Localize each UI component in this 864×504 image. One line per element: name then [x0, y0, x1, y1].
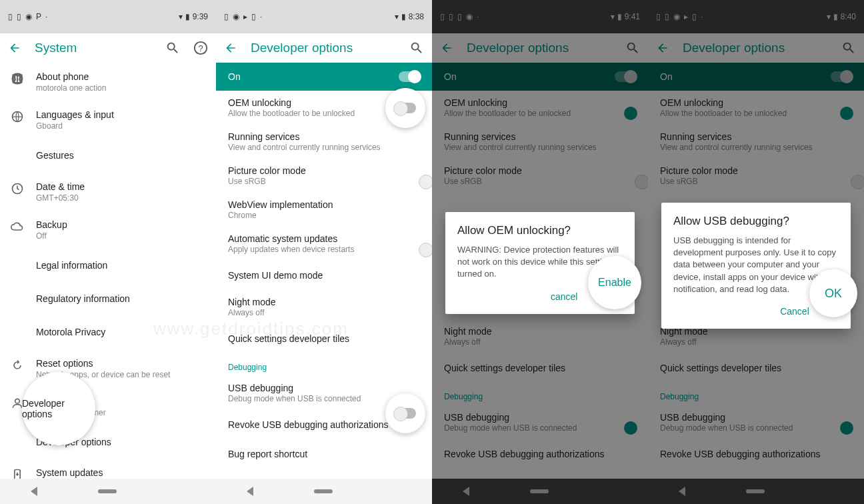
dev-title: USB debugging: [228, 383, 391, 393]
item-sub: Gboard: [36, 121, 204, 131]
dev-title: OEM unlocking: [228, 97, 391, 108]
item-backup[interactable]: Backup Off: [0, 211, 216, 249]
item-running-services[interactable]: Running services View and control curren…: [216, 125, 432, 159]
restore-icon: [11, 359, 24, 372]
app-bar: System ?: [0, 33, 216, 63]
wifi-icon: ▾: [179, 12, 183, 21]
item-bug-report[interactable]: Bug report shortcut: [216, 439, 432, 469]
item-title: Date & time: [36, 181, 204, 193]
dev-sub: Always off: [228, 308, 391, 317]
back-arrow-icon[interactable]: [224, 41, 237, 55]
nav-back-icon[interactable]: [31, 487, 37, 496]
highlight-ok-label[interactable]: OK: [825, 287, 842, 301]
item-qs-tiles[interactable]: Quick settings developer tiles: [216, 324, 432, 353]
battery-icon: ▮: [401, 12, 406, 21]
item-title: Motorola Privacy: [36, 326, 204, 338]
item-auto-updates[interactable]: Automatic system updates Apply updates w…: [216, 227, 432, 261]
item-date-time[interactable]: Date & time GMT+05:30: [0, 173, 216, 211]
status-clock: 9:39: [193, 12, 208, 21]
nav-home-pill[interactable]: [98, 489, 117, 493]
highlight-label: Developer options: [22, 398, 95, 419]
search-icon[interactable]: [409, 41, 424, 55]
dev-title: Revoke USB debugging authorizations: [228, 419, 391, 430]
item-system-updates[interactable]: System updates Updated to Android 9: [0, 459, 216, 479]
item-motorola-privacy[interactable]: Motorola Privacy: [0, 315, 216, 349]
app-bar-title: Developer options: [251, 41, 396, 55]
dev-title: Night mode: [228, 297, 391, 307]
status-bar: ▯ ▯ ◉ P · ▾ ▮ 9:39: [0, 0, 216, 33]
item-about-phone[interactable]: About phone motorola one action: [0, 63, 216, 101]
app-bar-title: System: [35, 41, 152, 55]
item-title: Gestures: [36, 149, 204, 161]
highlight-ok-button: OK: [809, 269, 857, 317]
svg-point-14: [15, 399, 20, 403]
status-dot: ·: [45, 12, 47, 21]
nav-bar: [0, 479, 216, 504]
item-regulatory[interactable]: Regulatory information: [0, 282, 216, 315]
back-arrow-icon[interactable]: [8, 41, 21, 55]
item-reset[interactable]: Reset options Network, apps, or device c…: [0, 349, 216, 387]
highlight-oem-toggle: [385, 88, 425, 128]
item-title: Backup: [36, 219, 204, 231]
screen-usb-dialog: ▯ ▯ ◉ ▸ ▯ · ▾ ▮ 8:40 Developer options O…: [648, 0, 864, 504]
item-languages[interactable]: Languages & input Gboard: [0, 101, 216, 139]
section-debugging: Debugging: [216, 353, 432, 376]
battery-icon: ▮: [185, 12, 190, 21]
status-icon: ▯: [251, 12, 256, 21]
update-icon: [11, 468, 24, 479]
master-toggle-banner[interactable]: On: [216, 63, 432, 91]
item-title: Reset options: [36, 357, 204, 369]
dialog-cancel-button[interactable]: cancel: [551, 291, 577, 302]
dialog-title: Allow USB debugging?: [673, 215, 839, 228]
status-clock: 8:38: [409, 12, 424, 21]
item-sub: GMT+05:30: [36, 193, 204, 203]
braces-icon: [11, 72, 24, 85]
highlight-developer-options: Developer options: [22, 372, 95, 445]
item-sysui-demo[interactable]: System UI demo mode: [216, 261, 432, 290]
item-gestures[interactable]: Gestures: [0, 139, 216, 172]
dev-title: Running services: [228, 131, 391, 142]
wifi-icon: ▾: [395, 12, 399, 21]
help-icon[interactable]: ?: [193, 41, 208, 55]
dev-title: Bug report shortcut: [228, 449, 391, 459]
status-icon: ▸: [243, 12, 247, 21]
item-title: Legal information: [36, 259, 204, 271]
usb-toggle[interactable]: [395, 408, 416, 419]
dev-title: WebView implementation: [228, 199, 391, 210]
dialog-title: Allow OEM unlocking?: [457, 224, 623, 237]
nav-bar: [216, 479, 432, 504]
dev-sub: View and control currently running servi…: [228, 143, 391, 152]
dialog-cancel-button[interactable]: Cancel: [780, 306, 809, 317]
item-title: Regulatory information: [36, 293, 204, 305]
screen-oem-dialog: ▯ ▯ ▯ ◉ · ▾ ▮ 9:41 Developer options On …: [432, 0, 648, 504]
dev-sub: Debug mode when USB is connected: [228, 394, 391, 403]
svg-text:?: ?: [198, 43, 203, 53]
item-title: Languages & input: [36, 109, 204, 121]
app-bar: Developer options: [216, 33, 432, 63]
dev-sub: Allow the bootloader to be unlocked: [228, 109, 391, 118]
item-night-mode[interactable]: Night mode Always off: [216, 290, 432, 324]
status-icon-sim: ▯: [17, 12, 21, 21]
oem-toggle[interactable]: [395, 103, 416, 113]
globe-icon: [11, 110, 24, 123]
dev-title: Automatic system updates: [228, 233, 391, 244]
nav-home-pill[interactable]: [314, 489, 333, 493]
highlight-enable-button: Enable: [588, 256, 641, 309]
master-toggle[interactable]: [399, 71, 420, 82]
clock-icon: [11, 182, 24, 195]
highlight-usb-toggle: [385, 393, 425, 433]
banner-label: On: [228, 71, 241, 82]
status-icon: ◉: [233, 12, 239, 21]
cloud-icon: [11, 220, 24, 233]
dev-sub: Use sRGB: [228, 177, 391, 186]
status-icon: ▯: [224, 12, 229, 21]
item-webview[interactable]: WebView implementation Chrome: [216, 193, 432, 227]
screen-dev-options: ▯ ◉ ▸ ▯ · ▾ ▮ 8:38 Developer options On …: [216, 0, 432, 504]
highlight-enable-label[interactable]: Enable: [598, 277, 631, 289]
status-icon-p: P: [36, 12, 41, 21]
item-picture-color[interactable]: Picture color mode Use sRGB: [216, 159, 432, 193]
nav-back-icon[interactable]: [247, 487, 253, 496]
search-icon[interactable]: [165, 41, 180, 55]
status-bar: ▯ ◉ ▸ ▯ · ▾ ▮ 8:38: [216, 0, 432, 33]
item-legal[interactable]: Legal information: [0, 249, 216, 282]
